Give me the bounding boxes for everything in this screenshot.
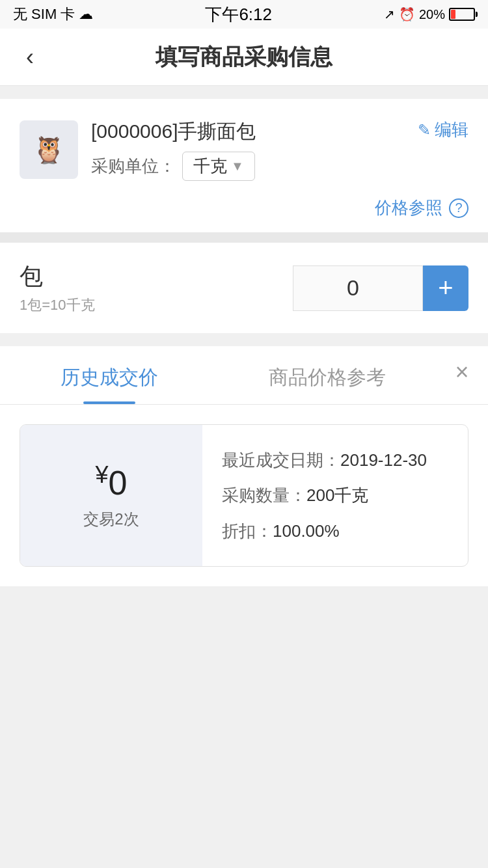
edit-icon: ✎ bbox=[418, 121, 431, 139]
main-body: 历史成交价 商品价格参考 × ¥0 交易2次 最近成交日期：2019-12-30 bbox=[0, 346, 488, 867]
product-name: [0000006]手撕面包 bbox=[91, 118, 256, 145]
price-ref-button[interactable]: 价格参照 bbox=[375, 197, 442, 219]
status-left: 无 SIM 卡 ☁ bbox=[13, 5, 93, 24]
product-info: [0000006]手撕面包 采购单位： 千克 ▼ bbox=[91, 118, 256, 181]
product-image: 🦉 bbox=[20, 120, 78, 179]
currency-symbol: ¥ bbox=[96, 461, 109, 488]
alarm-icon: ⏰ bbox=[399, 7, 415, 22]
quantity-input-area: + bbox=[293, 265, 468, 311]
quantity-conversion: 1包=10千克 bbox=[20, 295, 95, 315]
tabs-header: 历史成交价 商品价格参考 × bbox=[0, 346, 488, 405]
section-divider bbox=[0, 232, 488, 243]
price-amount: ¥0 bbox=[96, 461, 128, 502]
tab-price-reference[interactable]: 商品价格参考 bbox=[218, 346, 436, 404]
edit-label: 编辑 bbox=[435, 118, 468, 141]
quantity-label-detail: 采购数量： bbox=[222, 485, 306, 505]
page-title: 填写商品采购信息 bbox=[156, 42, 332, 72]
edit-button[interactable]: ✎ 编辑 bbox=[418, 118, 468, 141]
tabs-close-button[interactable]: × bbox=[436, 359, 488, 392]
unit-label: 采购单位： bbox=[91, 155, 176, 178]
product-logo-icon: 🦉 bbox=[33, 135, 65, 165]
recent-date-value: 2019-12-30 bbox=[340, 450, 427, 470]
product-card: 🦉 [0000006]手撕面包 采购单位： 千克 ▼ ✎ 编辑 价格参照 ? bbox=[0, 99, 488, 232]
help-icon[interactable]: ? bbox=[449, 198, 468, 218]
price-value: 0 bbox=[109, 464, 128, 502]
unit-value: 千克 bbox=[193, 155, 227, 178]
status-time: 下午6:12 bbox=[205, 3, 272, 26]
tab-history-price[interactable]: 历史成交价 bbox=[0, 346, 218, 404]
quantity-value-detail: 200千克 bbox=[306, 485, 368, 505]
product-header: 🦉 [0000006]手撕面包 采购单位： 千克 ▼ ✎ 编辑 bbox=[20, 118, 468, 181]
discount-value: 100.00% bbox=[273, 521, 340, 541]
tab-content-history: ¥0 交易2次 最近成交日期：2019-12-30 采购数量：200千克 折扣：… bbox=[0, 405, 488, 586]
product-left: 🦉 [0000006]手撕面包 采购单位： 千克 ▼ bbox=[20, 118, 256, 181]
quantity-row-detail: 采购数量：200千克 bbox=[222, 483, 448, 507]
status-right: ↗ ⏰ 20% bbox=[384, 7, 475, 22]
price-history-card: ¥0 交易2次 最近成交日期：2019-12-30 采购数量：200千克 折扣：… bbox=[20, 424, 468, 567]
quantity-plus-button[interactable]: + bbox=[423, 265, 468, 311]
price-ref-row: 价格参照 ? bbox=[20, 197, 468, 219]
location-icon: ↗ bbox=[384, 7, 395, 22]
network-status: 无 SIM 卡 ☁ bbox=[13, 5, 93, 24]
battery-percent: 20% bbox=[419, 7, 445, 22]
back-button[interactable]: ‹ bbox=[20, 37, 40, 77]
discount-row: 折扣：100.00% bbox=[222, 519, 448, 543]
quantity-label-area: 包 1包=10千克 bbox=[20, 261, 95, 315]
nav-bar: ‹ 填写商品采购信息 bbox=[0, 29, 488, 86]
quantity-input[interactable] bbox=[293, 265, 423, 311]
quantity-unit-label: 包 bbox=[20, 261, 95, 293]
price-transactions: 交易2次 bbox=[83, 509, 139, 530]
status-bar: 无 SIM 卡 ☁ 下午6:12 ↗ ⏰ 20% bbox=[0, 0, 488, 29]
product-unit-row: 采购单位： 千克 ▼ bbox=[91, 152, 256, 181]
battery-fill bbox=[451, 10, 455, 19]
battery-icon bbox=[449, 8, 475, 21]
recent-date-label: 最近成交日期： bbox=[222, 450, 340, 470]
tabs-section: 历史成交价 商品价格参考 × ¥0 交易2次 最近成交日期：2019-12-30 bbox=[0, 346, 488, 586]
discount-label: 折扣： bbox=[222, 521, 273, 541]
quantity-row: 包 1包=10千克 + bbox=[0, 243, 488, 333]
unit-dropdown-icon: ▼ bbox=[231, 159, 244, 174]
unit-selector[interactable]: 千克 ▼ bbox=[182, 152, 255, 181]
recent-date-row: 最近成交日期：2019-12-30 bbox=[222, 448, 448, 472]
price-right-panel: 最近成交日期：2019-12-30 采购数量：200千克 折扣：100.00% bbox=[202, 425, 468, 566]
price-left-panel: ¥0 交易2次 bbox=[20, 425, 202, 566]
